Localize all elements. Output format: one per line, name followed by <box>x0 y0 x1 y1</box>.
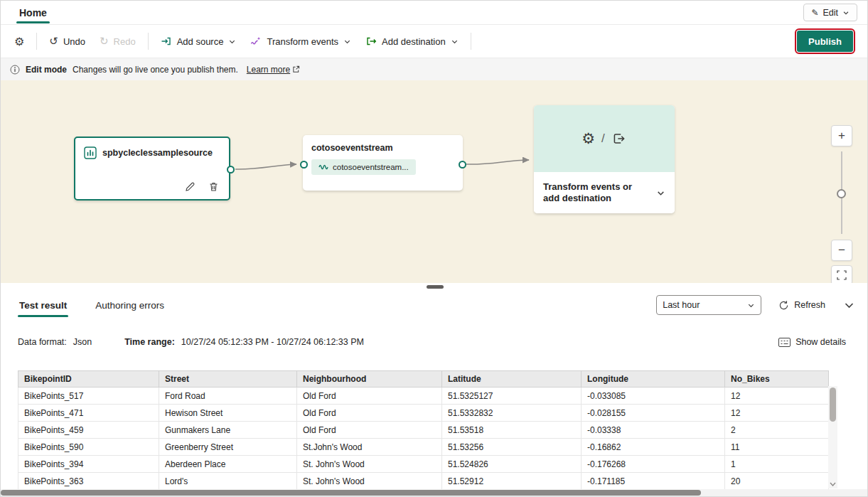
transform-destination-placeholder[interactable]: ⚙ / Transform events or add destination <box>534 105 675 213</box>
toolbar-divider <box>148 33 149 50</box>
plus-icon: + <box>838 129 845 143</box>
edit-mode-button[interactable]: ✎ Edit <box>803 4 857 21</box>
add-source-icon <box>161 36 172 47</box>
chevron-down-icon <box>830 481 836 487</box>
refresh-icon <box>778 300 789 311</box>
pencil-icon: ✎ <box>811 8 818 18</box>
publish-button[interactable]: Publish <box>797 31 853 52</box>
table-cell: -0.03338 <box>582 422 725 439</box>
splitter-drag-handle[interactable] <box>427 285 444 289</box>
table-cell: Old Ford <box>297 405 442 422</box>
zoom-out-button[interactable]: − <box>831 240 852 261</box>
eventstream-node[interactable]: cotosoeventstream cotosoeventstream... <box>303 135 463 191</box>
table-row: BikePoints_590Greenberry StreetSt.John's… <box>18 439 829 456</box>
time-range-select[interactable]: Last hour <box>656 295 761 315</box>
chevron-down-icon <box>451 38 459 46</box>
table-cell: Lord's <box>159 473 297 490</box>
delete-source-button[interactable] <box>207 180 220 193</box>
tab-home[interactable]: Home <box>18 2 48 23</box>
table-cell: 51.53518 <box>442 422 582 439</box>
table-cell: St. John's Wood <box>297 456 442 473</box>
table-cell: -0.171185 <box>582 473 725 490</box>
table-cell: -0.033085 <box>582 388 725 405</box>
publish-label: Publish <box>808 36 842 47</box>
placeholder-separator: / <box>601 132 605 146</box>
table-cell: Aberdeen Place <box>159 456 297 473</box>
settings-button[interactable]: ⚙ <box>8 30 31 53</box>
info-icon <box>10 65 20 75</box>
source-node[interactable]: spbycleclessamplesource <box>74 137 230 201</box>
source-output-port[interactable] <box>227 166 235 173</box>
undo-button[interactable]: ↺ Undo <box>43 30 92 53</box>
tab-test-result-label: Test result <box>19 300 67 311</box>
transform-events-button[interactable]: Transform events <box>244 31 358 52</box>
test-result-table: BikepointIDStreetNeighbourhoodLatitudeLo… <box>18 370 829 490</box>
table-cell: 12 <box>725 405 829 422</box>
test-result-table-container: BikepointIDStreetNeighbourhoodLatitudeLo… <box>18 370 837 490</box>
edit-mode-banner: Edit mode Changes will go live once you … <box>1 58 867 80</box>
top-bar: Home ✎ Edit <box>1 1 867 24</box>
table-row: BikePoints_459Gunmakers LaneOld Ford51.5… <box>18 422 829 439</box>
table-cell: Ford Road <box>159 388 297 405</box>
zoom-slider-handle[interactable] <box>837 189 846 198</box>
table-vertical-scrollbar[interactable] <box>828 386 837 488</box>
table-cell: -0.16862 <box>582 439 725 456</box>
refresh-button[interactable]: Refresh <box>774 299 830 311</box>
table-cell: BikePoints_471 <box>18 405 159 422</box>
pencil-icon <box>185 181 195 192</box>
redo-icon: ↻ <box>100 35 109 48</box>
table-cell: 51.5332832 <box>442 405 582 422</box>
table-row: BikePoints_471Hewison StreetOld Ford51.5… <box>18 405 829 422</box>
tab-authoring-errors[interactable]: Authoring errors <box>94 294 166 317</box>
stream-badge-label: cotosoeventstream... <box>333 163 409 171</box>
add-source-button[interactable]: Add source <box>154 31 243 52</box>
chevron-down-icon <box>842 9 850 16</box>
table-row: BikePoints_517Ford RoadOld Ford51.532512… <box>18 388 829 405</box>
table-cell: 12 <box>725 388 829 405</box>
tab-home-label: Home <box>19 7 47 18</box>
stream-badge[interactable]: cotosoeventstream... <box>311 159 416 175</box>
scroll-down-arrow[interactable] <box>830 481 836 487</box>
add-destination-button[interactable]: Add destination <box>359 31 465 52</box>
table-cell: 2 <box>725 422 829 439</box>
undo-label: Undo <box>63 36 85 47</box>
show-details-label: Show details <box>795 337 846 347</box>
collapse-panel-button[interactable] <box>842 299 856 312</box>
learn-more-label: Learn more <box>247 65 290 75</box>
time-range-selected-value: Last hour <box>663 300 700 310</box>
stream-output-port[interactable] <box>459 161 466 169</box>
vertical-scrollbar-thumb[interactable] <box>830 388 836 422</box>
horizontal-scrollbar-thumb[interactable] <box>1 490 701 496</box>
show-details-button[interactable]: Show details <box>774 336 850 348</box>
table-cell: Old Ford <box>297 422 442 439</box>
ribbon-toolbar: ⚙ ↺ Undo ↻ Redo Add source Transform eve… <box>1 24 867 58</box>
eventstream-canvas[interactable]: spbycleclessamplesource cotosoeventstrea… <box>1 80 867 283</box>
redo-button[interactable]: ↻ Redo <box>93 30 142 53</box>
column-header: BikepointID <box>18 371 159 388</box>
add-destination-icon <box>365 36 377 47</box>
destination-export-icon <box>611 131 627 146</box>
edit-mode-label: Edit <box>823 8 838 18</box>
placeholder-title: Transform events or add destination <box>543 181 650 205</box>
zoom-in-button[interactable]: + <box>831 125 852 146</box>
sample-data-icon <box>84 146 97 159</box>
test-result-panel: Test result Authoring errors Last hour R… <box>1 292 867 490</box>
chevron-down-icon[interactable] <box>656 188 665 198</box>
stream-input-port[interactable] <box>300 161 308 169</box>
tab-test-result[interactable]: Test result <box>18 294 68 317</box>
chevron-down-icon <box>844 300 854 311</box>
redo-label: Redo <box>114 36 136 47</box>
banner-title: Edit mode <box>26 65 67 75</box>
transform-gear-icon: ⚙ <box>582 130 595 147</box>
edit-source-button[interactable] <box>183 180 197 193</box>
table-cell: 1 <box>725 456 829 473</box>
table-cell: Gunmakers Lane <box>159 422 297 439</box>
fit-to-screen-button[interactable] <box>831 265 852 285</box>
column-header: Street <box>159 371 297 388</box>
placeholder-icon-area: ⚙ / <box>534 105 675 172</box>
learn-more-link[interactable]: Learn more <box>247 65 300 75</box>
table-cell: 51.52912 <box>442 473 582 490</box>
trash-icon <box>208 181 219 192</box>
horizontal-scrollbar[interactable] <box>1 489 867 496</box>
table-row: BikePoints_363Lord'sSt. John's Wood51.52… <box>18 473 829 490</box>
